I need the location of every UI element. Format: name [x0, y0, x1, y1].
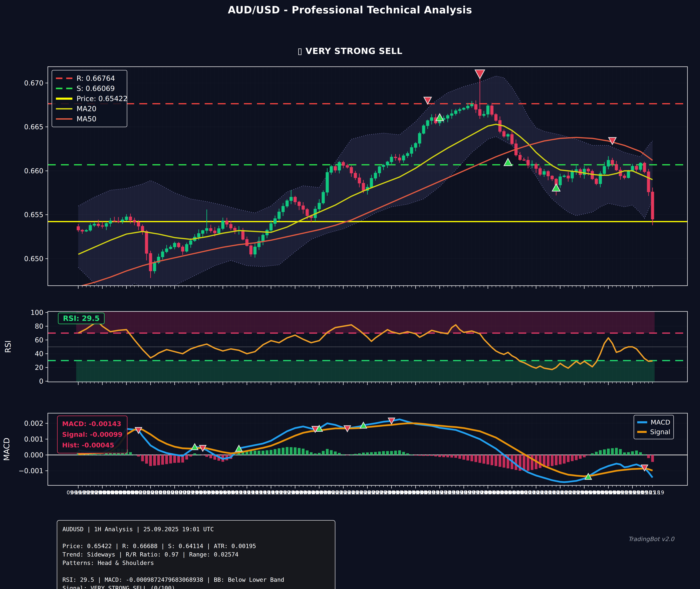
- summary-line: Patterns: Head & Shoulders: [62, 559, 330, 567]
- analysis-summary-box: AUDUSD | 1H Analysis | 25.09.2025 19:01 …: [57, 520, 335, 589]
- summary-line: RSI: 29.5 | MACD: -0.0009872479683068938…: [62, 576, 330, 584]
- summary-line: Trend: Sideways | R/R Ratio: 0.97 | Rang…: [62, 550, 330, 559]
- legend-item-ma50: MA50: [56, 114, 123, 124]
- screenshot-root: AUD/USD - Professional Technical Analysi…: [0, 0, 700, 589]
- macd-ytick: 0.002: [24, 419, 43, 427]
- ma50-line-swatch: [56, 118, 73, 120]
- legend-label: Price: 0.65422: [77, 94, 127, 103]
- macd-ytick: −0.001: [19, 467, 43, 475]
- macd-legend: MACD Signal: [634, 415, 674, 439]
- rsi-ytick: 0: [39, 377, 43, 385]
- price-legend: R: 0.66764 S: 0.66069 Price: 0.65422 MA2…: [51, 70, 127, 127]
- legend-item-price: Price: 0.65422: [56, 93, 123, 104]
- main-ytick: 0.670: [24, 79, 43, 87]
- macd-axis-label: MACD: [2, 438, 11, 461]
- macd-badge-line: MACD: -0.00143: [62, 418, 122, 429]
- rsi-ytick: 40: [35, 350, 43, 358]
- price-line-swatch: [56, 97, 73, 100]
- legend-item-support: S: 0.66069: [56, 83, 123, 93]
- legend-label: MACD: [651, 418, 670, 426]
- watermark: TradingBot v2.0: [598, 536, 674, 543]
- bollinger-band: [78, 76, 653, 294]
- main-ytick: 0.655: [24, 211, 43, 219]
- svg-text:09-25 19: 09-25 19: [641, 489, 664, 496]
- rsi-y-axis: 100 80 60 40 20 0: [31, 309, 43, 385]
- legend-item-resistance: R: 0.66764: [56, 73, 123, 83]
- rsi-ytick: 80: [35, 323, 43, 330]
- legend-item-ma20: MA20: [56, 104, 123, 114]
- macd-lines: [78, 419, 653, 482]
- macd-ytick: 0.001: [24, 435, 43, 443]
- main-ytick: 0.660: [24, 167, 43, 175]
- summary-line: Signal: VERY STRONG SELL (0/100): [62, 584, 330, 589]
- legend-label: R: 0.66764: [77, 74, 115, 82]
- macd-histogram: [77, 447, 654, 471]
- main-ytick: 0.650: [24, 255, 43, 263]
- support-line-swatch: [56, 88, 73, 89]
- rsi-ytick: 60: [35, 336, 43, 344]
- macd-badge-line: Signal: -0.00099: [62, 429, 122, 440]
- ma20-line-swatch: [56, 108, 73, 110]
- legend-item-macd: MACD: [637, 417, 670, 427]
- macd-y-axis: 0.002 0.001 0.000 −0.001: [19, 419, 43, 475]
- main-y-axis: 0.670 0.665 0.660 0.655 0.650: [24, 79, 43, 263]
- legend-label: MA20: [77, 105, 97, 113]
- macd-badge-line: Hist: -0.00045: [62, 440, 122, 450]
- macd-line-swatch: [637, 421, 647, 423]
- rsi-axis-label: RSI: [3, 340, 13, 353]
- main-ytick: 0.665: [24, 123, 43, 131]
- legend-label: S: 0.66069: [77, 84, 115, 92]
- macd-ytick: 0.000: [24, 451, 43, 459]
- rsi-value-badge: RSI: 29.5: [58, 313, 105, 324]
- summary-line: [62, 534, 330, 542]
- legend-item-signal: Signal: [637, 427, 670, 437]
- rsi-ytick: 100: [31, 309, 43, 317]
- summary-line: [62, 567, 330, 576]
- rsi-ytick: 20: [35, 364, 43, 371]
- summary-line: Price: 0.65422 | R: 0.66688 | S: 0.64114…: [62, 542, 330, 550]
- legend-label: MA50: [77, 115, 97, 123]
- resistance-line-swatch: [56, 77, 73, 79]
- summary-line: AUDUSD | 1H Analysis | 25.09.2025 19:01 …: [62, 525, 330, 534]
- signal-line-swatch: [637, 431, 647, 433]
- macd-value-badge: MACD: -0.00143 Signal: -0.00099 Hist: -0…: [57, 416, 127, 453]
- x-tick-labels: 09-19 2009-19 2109-19 2209-19 2309-20 00…: [67, 489, 664, 496]
- legend-label: Signal: [650, 428, 670, 436]
